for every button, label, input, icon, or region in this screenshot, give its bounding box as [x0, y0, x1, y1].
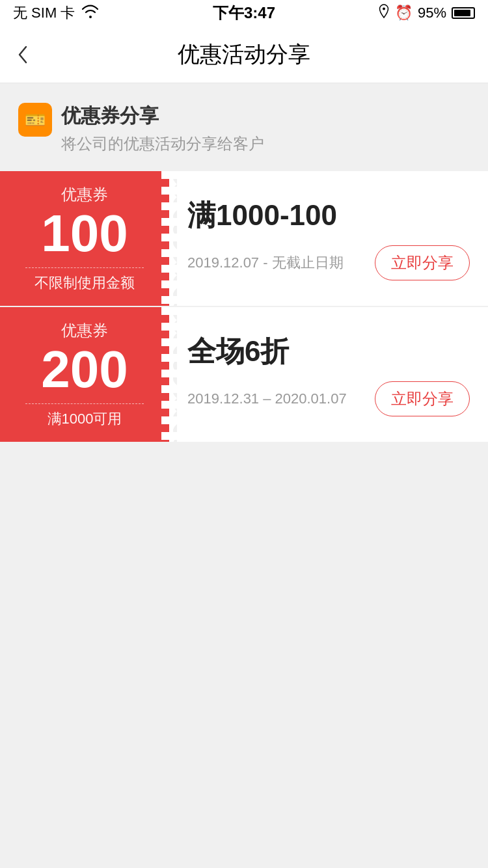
section-title: 优惠券分享	[61, 103, 264, 129]
coupon-meta: 2019.12.07 - 无截止日期 立即分享	[187, 245, 470, 280]
svg-rect-1	[161, 171, 177, 306]
svg-point-0	[383, 8, 385, 10]
location-icon	[378, 4, 390, 22]
coupon-date: 2019.12.07 - 无截止日期	[187, 253, 364, 273]
section-icon: 🎫	[18, 103, 52, 137]
alarm-icon: ⏰	[395, 5, 413, 21]
coupon-amount: 100	[41, 208, 128, 260]
coupon-right-panel: 满1000-100 2019.12.07 - 无截止日期 立即分享	[169, 171, 488, 306]
svg-rect-2	[161, 307, 177, 442]
coupon-right-panel: 全场6折 2019.12.31 – 2020.01.07 立即分享	[169, 307, 488, 442]
section-header: 🎫 优惠券分享 将公司的优惠活动分享给客户	[0, 83, 488, 165]
share-button[interactable]: 立即分享	[375, 381, 470, 416]
status-time: 下午3:47	[213, 3, 275, 23]
section-desc: 将公司的优惠活动分享给客户	[61, 133, 264, 154]
page-title: 优惠活动分享	[178, 40, 310, 70]
coupon-amount: 200	[41, 344, 128, 396]
coupon-list: 优惠券 100 不限制使用金额 满1000-100 2019.12.07 - 无…	[0, 165, 488, 448]
zigzag-edge	[161, 307, 177, 442]
coupon-left-panel: 优惠券 100 不限制使用金额	[0, 171, 169, 306]
back-button[interactable]	[16, 42, 31, 68]
coupon-name: 全场6折	[187, 332, 470, 371]
status-right: ⏰ 95%	[378, 4, 475, 22]
coupon-divider	[25, 403, 144, 404]
coupon-left-panel: 优惠券 200 满1000可用	[0, 307, 169, 442]
coupon-name: 满1000-100	[187, 197, 470, 235]
zigzag-edge	[161, 171, 177, 306]
coupon-card: 优惠券 200 满1000可用 全场6折 2019.12.31 – 2020.0…	[0, 307, 488, 442]
sim-text: 无 SIM 卡	[13, 3, 75, 23]
empty-space	[0, 448, 488, 839]
coupon-label: 优惠券	[61, 184, 108, 205]
battery-icon	[452, 7, 475, 19]
coupon-condition: 不限制使用金额	[34, 273, 135, 293]
section-text: 优惠券分享 将公司的优惠活动分享给客户	[61, 103, 264, 154]
coupon-condition: 满1000可用	[47, 409, 122, 429]
coupon-meta: 2019.12.31 – 2020.01.07 立即分享	[187, 381, 470, 416]
share-button[interactable]: 立即分享	[375, 245, 470, 280]
coupon-card: 优惠券 100 不限制使用金额 满1000-100 2019.12.07 - 无…	[0, 171, 488, 306]
status-left: 无 SIM 卡	[13, 3, 100, 23]
coupon-icon: 🎫	[25, 110, 46, 130]
wifi-icon	[81, 4, 100, 22]
coupon-divider	[25, 267, 144, 268]
coupon-date: 2019.12.31 – 2020.01.07	[187, 390, 364, 407]
status-bar: 无 SIM 卡 下午3:47 ⏰ 95%	[0, 0, 488, 26]
battery-text: 95%	[418, 5, 446, 21]
nav-bar: 优惠活动分享	[0, 26, 488, 83]
coupon-label: 优惠券	[61, 320, 108, 341]
